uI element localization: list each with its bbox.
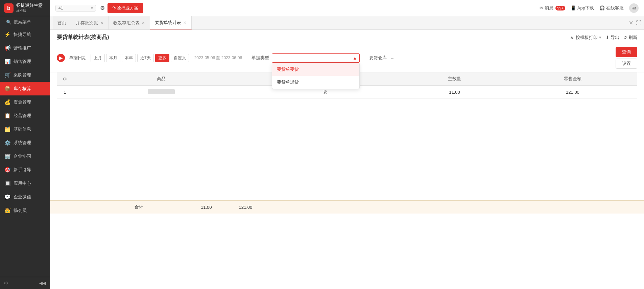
sidebar-item-member[interactable]: 👑 畅会员 [0, 204, 50, 217]
date-range-text: 2023-05-06 至 2023-06-06 [194, 55, 242, 61]
cell-qty: 11.00 [401, 86, 508, 99]
sidebar-search-label: 搜索菜单 [14, 19, 31, 25]
user-avatar[interactable]: Rit [629, 3, 639, 13]
footer-qty: 11.00 [201, 205, 212, 210]
footer-amount: 121.00 [239, 205, 253, 210]
messages-item[interactable]: ✉ 消息 99+ [540, 5, 565, 11]
tab-close-icon[interactable]: ✕ [183, 20, 187, 25]
topbar-right: ✉ 消息 99+ 📱 App下载 🎧 在线客服 Rit [540, 3, 639, 13]
expand-icon: ▶ [59, 55, 63, 61]
date-btn-this-month[interactable]: 本月 [106, 54, 120, 62]
refresh-action[interactable]: ↺ 刷新 [623, 35, 637, 41]
col-amount: 零售金额 [508, 72, 637, 86]
quick-nav-icon: ⚡ [4, 31, 11, 38]
topbar-input-value: 41 [58, 6, 63, 10]
query-button[interactable]: 查询 [616, 47, 637, 57]
dropdown-item-require-goods[interactable]: 要货单要货 [272, 63, 359, 76]
app-name: 畅捷通好生意 [16, 3, 43, 8]
print-action[interactable]: 🖨 按模板打印 ▾ [570, 35, 601, 41]
filter-expand-button[interactable]: ▶ [57, 54, 65, 62]
sidebar-item-label: 基础信息 [14, 126, 31, 132]
set-button[interactable]: 设置 [616, 59, 637, 69]
sidebar-item-sales[interactable]: 📊 销售管理 [0, 55, 50, 68]
date-btn-this-year[interactable]: 本年 [122, 54, 136, 62]
online-service-item[interactable]: 🎧 在线客服 [599, 5, 624, 11]
sidebar-item-label: 资金管理 [14, 99, 31, 105]
type-label: 单据类型 [252, 55, 269, 61]
sidebar-item-quick-nav[interactable]: ⚡ 快捷导航 [0, 28, 50, 41]
sidebar-item-inventory[interactable]: 📦 库存核算 [0, 82, 50, 95]
dropdown-item-require-return[interactable]: 要货单退货 [272, 76, 359, 89]
basics-icon: 🗂️ [4, 126, 11, 133]
sidebar-item-system[interactable]: ⚙️ 系统管理 [0, 136, 50, 150]
search-icon: 🔍 [6, 20, 11, 25]
cell-seq: 1 [57, 86, 73, 99]
collapse-icon[interactable]: ◀◀ [39, 281, 46, 286]
page-actions: 🖨 按模板打印 ▾ ⬇ 导出 ↺ 刷新 [570, 35, 637, 41]
date-btn-more[interactable]: 更多 [155, 54, 169, 62]
date-btn-last-month[interactable]: 上月 [91, 54, 105, 62]
tab-expand-icon[interactable]: ⛶ [636, 20, 641, 26]
sidebar-item-appstore[interactable]: 🔲 应用中心 [0, 177, 50, 190]
sidebar-item-basics[interactable]: 🗂️ 基础信息 [0, 123, 50, 136]
sidebar-item-finance[interactable]: 💰 资金管理 [0, 95, 50, 109]
print-arrow: ▾ [599, 35, 601, 40]
print-label: 按模板打印 [576, 35, 598, 41]
topbar-input-wrap: 41 ▾ [55, 5, 96, 12]
tab-order-stats[interactable]: 要货单统计表 ✕ [150, 16, 192, 29]
main-area: 41 ▾ ⚙ 体验行业方案 ✉ 消息 99+ 📱 App下载 🎧 在线客服 Ri… [50, 0, 644, 289]
filter-type-section: 单据类型 ▲ 要货单要货 要货单退货 [252, 53, 360, 63]
finance-icon: 💰 [4, 99, 11, 106]
tab-order-stats-label: 要货单统计表 [155, 20, 181, 26]
footer-label: 合计 [135, 204, 143, 210]
phone-icon: 📱 [571, 5, 576, 10]
tab-controls: ✕ ⛶ [629, 16, 644, 29]
app-sub: 标准版 [16, 8, 43, 13]
tab-close-icon[interactable]: ✕ [100, 21, 103, 25]
sidebar-item-enterprise[interactable]: 🏢 企业协同 [0, 150, 50, 163]
tab-close-all-icon[interactable]: ✕ [629, 20, 633, 26]
sales-icon: 📊 [4, 58, 11, 65]
sidebar-search[interactable]: 🔍 搜索菜单 [0, 16, 50, 28]
headset-icon: 🎧 [599, 5, 605, 10]
sidebar-item-wechat[interactable]: 💬 企业微信 [0, 190, 50, 204]
avatar-text: Rit [631, 6, 636, 10]
warehouse-label: 要货仓库 [369, 55, 387, 61]
tab-home[interactable]: 首页 [53, 16, 71, 29]
sidebar-bottom: ⚙ ◀◀ [0, 277, 50, 289]
topbar-dropdown-arrow[interactable]: ▾ [91, 6, 93, 10]
sidebar-item-operations[interactable]: 📋 经营管理 [0, 109, 50, 123]
sidebar-item-guide[interactable]: 🎯 新手引导 [0, 163, 50, 177]
topbar-settings-icon[interactable]: ⚙ [100, 5, 105, 11]
export-action[interactable]: ⬇ 导出 [605, 35, 619, 41]
col-settings[interactable]: ⚙ [57, 72, 73, 86]
purchase-icon: 🛒 [4, 72, 11, 79]
sidebar-item-label: 系统管理 [14, 140, 31, 146]
sidebar-item-marketing[interactable]: 📢 营销推广 [0, 41, 50, 55]
trial-button[interactable]: 体验行业方案 [108, 3, 143, 13]
sidebar-item-label: 库存核算 [14, 86, 31, 92]
appstore-icon: 🔲 [4, 180, 11, 187]
date-btn-custom[interactable]: 自定义 [171, 54, 189, 62]
sidebar-item-label: 采购管理 [14, 72, 31, 78]
content-area: 要货单统计表(按商品) 🖨 按模板打印 ▾ ⬇ 导出 ↺ 刷新 [50, 30, 644, 289]
table-empty-space [50, 99, 644, 200]
system-icon: ⚙️ [4, 139, 11, 146]
sidebar-item-label: 企业微信 [14, 194, 31, 200]
sidebar-item-label: 应用中心 [14, 180, 31, 186]
app-download-item[interactable]: 📱 App下载 [571, 5, 594, 11]
date-btn-7days[interactable]: 近7天 [137, 54, 154, 62]
warehouse-dots[interactable]: ··· [391, 55, 395, 61]
tab-close-icon[interactable]: ✕ [142, 21, 145, 25]
tab-receivables[interactable]: 收发存汇总表 ✕ [109, 16, 150, 29]
type-select-arrow[interactable]: ▲ [353, 55, 357, 61]
refresh-icon: ↺ [623, 35, 627, 40]
marketing-icon: 📢 [4, 45, 11, 51]
type-select-input[interactable] [272, 53, 360, 63]
enterprise-icon: 🏢 [4, 153, 11, 160]
col-product: 商品 [73, 72, 250, 86]
settings-icon[interactable]: ⚙ [4, 281, 8, 286]
online-service-label: 在线客服 [606, 5, 624, 11]
tab-inventory-batch[interactable]: 库存批次账 ✕ [71, 16, 109, 29]
sidebar-item-purchase[interactable]: 🛒 采购管理 [0, 68, 50, 82]
